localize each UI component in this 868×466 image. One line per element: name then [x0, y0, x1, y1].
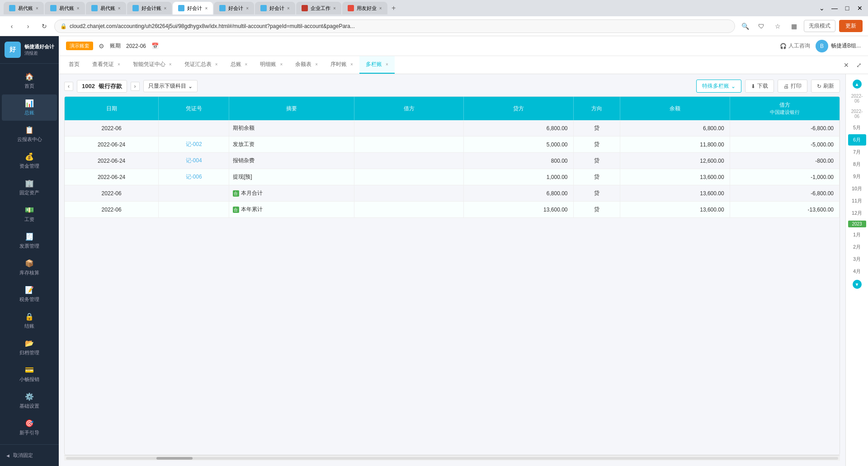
tab-close-9[interactable]: ×: [379, 6, 382, 11]
back-button[interactable]: ‹: [5, 20, 18, 33]
tab-view-voucher[interactable]: 查看凭证 ×: [86, 56, 127, 74]
voucher-link[interactable]: 记-006: [186, 174, 202, 180]
scroll-down-button[interactable]: ▼: [853, 280, 862, 289]
minimize-button[interactable]: —: [830, 4, 839, 13]
browser-tab-4[interactable]: 好会计账 ×: [127, 2, 172, 14]
month-sep[interactable]: 9月: [848, 171, 866, 182]
sidebar-item-funds[interactable]: 💰 资金管理: [2, 148, 57, 174]
tab-close-1[interactable]: ×: [36, 6, 38, 11]
sidebar-toggle-icon[interactable]: ▦: [788, 20, 800, 33]
month-may[interactable]: 5月: [848, 122, 866, 133]
month-oct[interactable]: 10月: [848, 183, 866, 194]
no-trace-button[interactable]: 无痕模式: [804, 20, 835, 32]
tab-list-button[interactable]: ⌄: [817, 4, 826, 13]
new-tab-button[interactable]: +: [388, 3, 399, 14]
tab-smart-voucher[interactable]: 智能凭证中心 ×: [127, 56, 178, 74]
browser-tab-1[interactable]: 易代账 ×: [4, 2, 44, 14]
sidebar-item-tax[interactable]: 📝 税务管理: [2, 281, 57, 307]
tab-close-6[interactable]: ×: [246, 6, 249, 11]
update-button[interactable]: 更新: [839, 20, 863, 32]
scroll-up-button[interactable]: ▲: [853, 80, 862, 89]
browser-tab-7[interactable]: 好会计 ×: [255, 2, 295, 14]
expand-tab-action[interactable]: ⤢: [854, 60, 864, 71]
tab-multi-column[interactable]: 多栏账 ×: [359, 56, 395, 74]
browser-tab-5[interactable]: 好会计 ×: [173, 2, 213, 14]
refresh-button[interactable]: ↻ 刷新: [811, 80, 840, 93]
url-bar[interactable]: 🔒 cloud2.chanjet.com/accounting/uh26t264…: [54, 19, 735, 33]
month-mar-2023[interactable]: 3月: [848, 254, 866, 265]
sidebar-item-settings[interactable]: ⚙️ 基础设置: [2, 388, 57, 414]
month-aug[interactable]: 8月: [848, 159, 866, 170]
tab-close-2[interactable]: ×: [77, 6, 80, 11]
next-account-button[interactable]: ›: [131, 82, 140, 91]
tab-home[interactable]: 首页: [62, 56, 86, 74]
browser-tab-3[interactable]: 易代账 ×: [86, 2, 126, 14]
month-jan-2023[interactable]: 1月: [848, 229, 866, 240]
month-nov[interactable]: 11月: [848, 195, 866, 207]
browser-tab-6[interactable]: 好会计 ×: [214, 2, 254, 14]
shield-icon[interactable]: 🛡: [755, 20, 768, 33]
tab-close-multi-column[interactable]: ×: [386, 62, 388, 67]
sidebar-item-assets[interactable]: 🏢 固定资产: [2, 174, 57, 201]
tab-voucher-summary[interactable]: 凭证汇总表 ×: [178, 56, 224, 74]
month-apr-2023[interactable]: 4月: [848, 266, 866, 277]
search-icon[interactable]: 🔍: [739, 20, 751, 33]
close-window-button[interactable]: ✕: [855, 4, 864, 13]
month-dec[interactable]: 12月: [848, 207, 866, 219]
gear-icon[interactable]: ⚙: [99, 42, 104, 50]
tab-close-7[interactable]: ×: [287, 6, 290, 11]
tab-close-general-ledger[interactable]: ×: [245, 62, 248, 67]
sidebar-item-expense[interactable]: 💳 小畅报销: [2, 361, 57, 387]
refresh-nav-button[interactable]: ↻: [38, 20, 51, 33]
sidebar-item-member[interactable]: 👤 畅会员: [2, 441, 57, 444]
browser-tab-9[interactable]: 用友好业 ×: [342, 2, 387, 14]
tab-close-view-voucher[interactable]: ×: [118, 62, 120, 67]
horizontal-scrollbar[interactable]: [64, 455, 840, 461]
sidebar-item-archive[interactable]: 📂 归档管理: [2, 334, 57, 361]
star-icon[interactable]: ☆: [771, 20, 784, 33]
sidebar-item-invoice[interactable]: 🧾 发票管理: [2, 228, 57, 254]
tab-sequence-ledger[interactable]: 序时账 ×: [324, 56, 359, 74]
sidebar-item-ledger[interactable]: 📊 总账: [2, 94, 57, 121]
subcategory-toggle[interactable]: 只显示下级科目 ⌄: [143, 80, 198, 92]
sidebar-item-home[interactable]: 🏠 首页: [2, 68, 57, 94]
print-button[interactable]: 🖨 打印: [778, 80, 807, 93]
tab-close-3[interactable]: ×: [118, 6, 121, 11]
tab-close-5[interactable]: ×: [205, 6, 208, 11]
month-jun[interactable]: 6月: [848, 134, 866, 146]
month-feb-2023[interactable]: 2月: [848, 241, 866, 253]
special-multi-column-button[interactable]: 特殊多栏账 ⌄: [696, 80, 741, 93]
tab-close-sequence-ledger[interactable]: ×: [350, 62, 353, 67]
unpin-button[interactable]: ◄ 取消固定: [2, 448, 57, 462]
month-jul[interactable]: 7月: [848, 146, 866, 158]
tab-close-voucher-summary[interactable]: ×: [215, 62, 218, 67]
scrollbar-thumb[interactable]: [156, 457, 193, 460]
tab-detail-ledger[interactable]: 明细账 ×: [254, 56, 289, 74]
browser-tab-8[interactable]: 企业工作 ×: [296, 2, 341, 14]
prev-account-button[interactable]: ‹: [64, 82, 73, 91]
browser-tab-2[interactable]: 易代账 ×: [45, 2, 85, 14]
sidebar-item-guide[interactable]: 🎯 新手引导: [2, 414, 57, 441]
forward-button[interactable]: ›: [22, 20, 34, 33]
voucher-link[interactable]: 记-002: [186, 141, 202, 147]
tab-general-ledger[interactable]: 总账 ×: [224, 56, 254, 74]
tab-close-smart-voucher[interactable]: ×: [169, 62, 172, 67]
tab-close-4[interactable]: ×: [164, 6, 167, 11]
sidebar-item-close[interactable]: 🔒 结账: [2, 308, 57, 334]
year-2023-badge: 2023: [848, 221, 866, 227]
tab-balance[interactable]: 余额表 ×: [289, 56, 324, 74]
consult-button[interactable]: 🎧 人工咨询: [780, 42, 810, 50]
close-tab-action[interactable]: ✕: [841, 60, 852, 71]
tab-label-9: 用友好业: [357, 5, 377, 12]
sidebar-item-reports[interactable]: 📋 云报表中心: [2, 121, 57, 147]
sidebar-item-inventory[interactable]: 📦 库存核算: [2, 254, 57, 281]
tab-close-detail-ledger[interactable]: ×: [280, 62, 283, 67]
tab-close-balance[interactable]: ×: [315, 62, 318, 67]
maximize-button[interactable]: □: [843, 4, 852, 13]
voucher-link[interactable]: 记-004: [186, 157, 202, 164]
calendar-icon[interactable]: 📅: [151, 42, 159, 49]
sidebar-item-salary[interactable]: 💵 工资: [2, 201, 57, 227]
tab-close-8[interactable]: ×: [333, 6, 336, 11]
cell-date: 2022-06-24: [65, 153, 159, 169]
download-button[interactable]: ⬇ 下载: [745, 80, 774, 93]
